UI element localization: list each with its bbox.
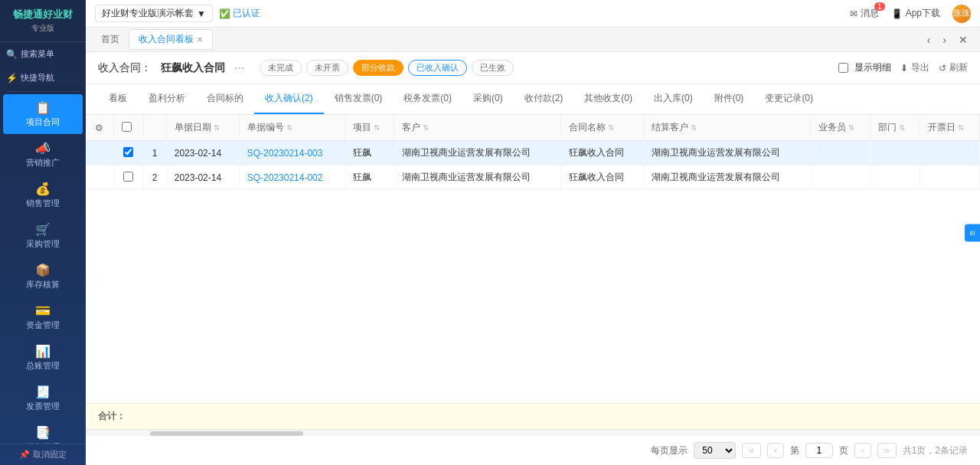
contract-sort-icon: ⇅ (608, 123, 614, 132)
message-icon: ✉ (850, 8, 858, 19)
tab-close-button[interactable]: ✕ (956, 32, 971, 47)
company-selector[interactable]: 好业财专业版演示帐套 ▼ (95, 5, 213, 22)
table-row[interactable]: 1 2023-02-14 SQ-20230214-003 狂飙 湖南卫视商业运营… (86, 141, 980, 165)
row-number-cell[interactable]: SQ-20230214-003 (239, 141, 345, 165)
row-salesperson-cell (810, 165, 870, 190)
home-tab[interactable]: 首页 (95, 30, 126, 49)
sidebar-item-marketing[interactable]: 📣 营销推广 (3, 135, 83, 175)
row-customer-cell: 湖南卫视商业运营发展有限公司 (394, 165, 561, 190)
sidebar-item-invoice[interactable]: 🧾 发票管理 (3, 378, 83, 418)
tab-tax-invoice[interactable]: 税务发票(0) (393, 84, 462, 114)
col-settings[interactable]: ⚙ (86, 115, 113, 141)
sidebar-logo: 畅捷通好业财 专业版 (0, 0, 86, 42)
col-contract[interactable]: 合同名称 ⇅ (561, 115, 643, 141)
settings-icon[interactable]: ⚙ (95, 123, 103, 133)
sidebar-search-menu[interactable]: 🔍 搜索菜单 (0, 42, 86, 66)
sidebar-item-project[interactable]: 📋 项目合同 (3, 94, 83, 134)
sidebar-item-inventory-label: 库存核算 (26, 279, 60, 290)
row-number-link[interactable]: SQ-20230214-002 (247, 172, 323, 183)
row-result-customer-cell: 湖南卫视商业运营发展有限公司 (643, 165, 810, 190)
col-department[interactable]: 部门 ⇅ (870, 115, 920, 141)
next-page-button[interactable]: › (854, 443, 871, 458)
sidebar-item-sales[interactable]: 💰 销售管理 (3, 175, 83, 215)
status-btn-incomplete[interactable]: 未完成 (260, 60, 302, 76)
col-date-label: 单据日期 (175, 121, 211, 134)
pagination-row: 每页显示 20 50 100 « ‹ 第 页 › » 共1页，2条记录 (86, 436, 980, 465)
tab-next-button[interactable]: › (939, 32, 949, 47)
message-button[interactable]: ✉ 1 消息 (850, 7, 879, 20)
col-department-label: 部门 (878, 121, 897, 134)
scroll-thumb[interactable] (150, 431, 303, 436)
table-row[interactable]: 2 2023-02-14 SQ-20230214-002 狂飙 湖南卫视商业运营… (86, 165, 980, 190)
status-btn-uninvoiced[interactable]: 未开票 (306, 60, 348, 76)
row-checkbox[interactable] (123, 147, 133, 157)
project-sort-icon: ⇅ (374, 123, 380, 132)
pin-icon: 📌 (19, 450, 30, 460)
tab-revenue-confirm[interactable]: 收入确认(2) (254, 84, 324, 114)
refresh-button[interactable]: ↺ 刷新 (939, 61, 968, 74)
col-project[interactable]: 项目 ⇅ (345, 115, 394, 141)
row-result-customer-cell: 湖南卫视商业运营发展有限公司 (643, 141, 810, 165)
col-seq (143, 115, 166, 141)
sidebar-item-capital[interactable]: 💳 资金管理 (3, 297, 83, 337)
status-btn-confirmed[interactable]: 已收入确认 (408, 60, 467, 76)
sidebar-item-purchase[interactable]: 🛒 采购管理 (3, 216, 83, 256)
col-bill-date[interactable]: 开票日 ⇅ (920, 115, 979, 141)
tab-other[interactable]: 其他收支(0) (573, 84, 643, 114)
status-btn-partial[interactable]: 部分收款 (353, 60, 403, 76)
message-badge: 1 (874, 2, 885, 11)
col-number[interactable]: 单据编号 ⇅ (239, 115, 345, 141)
content-area: 收入合同： 狂飙收入合同 ··· 未完成 未开票 部分收款 已收入确认 已生效 … (86, 52, 980, 465)
sidebar-item-general[interactable]: 📊 总账管理 (3, 338, 83, 378)
user-avatar[interactable]: 珠珠 (952, 5, 971, 23)
last-page-button[interactable]: » (877, 443, 897, 458)
col-salesperson[interactable]: 业务员 ⇅ (810, 115, 870, 141)
col-customer[interactable]: 客户 ⇅ (394, 115, 561, 141)
row-department-cell (870, 141, 920, 165)
tab-kanban[interactable]: 看板 (98, 84, 138, 114)
row-checkbox[interactable] (123, 172, 133, 182)
prev-page-button[interactable]: ‹ (767, 443, 784, 458)
page-size-select[interactable]: 20 50 100 (694, 442, 736, 459)
sidebar-item-inventory[interactable]: 📦 库存核算 (3, 257, 83, 296)
more-button[interactable]: ··· (234, 61, 244, 75)
contract-prefix: 收入合同： (98, 61, 152, 75)
page-unit: 页 (839, 444, 848, 457)
tab-changes[interactable]: 变更记录(0) (754, 84, 824, 114)
select-all-checkbox[interactable] (122, 122, 132, 132)
col-date[interactable]: 单据日期 ⇅ (166, 115, 239, 141)
tab-warehouse[interactable]: 出入库(0) (643, 84, 704, 114)
page-number-input[interactable] (805, 443, 833, 458)
tabbar: 首页 收入合同看板 ✕ ‹ › ✕ (86, 28, 980, 52)
tab-attachments[interactable]: 附件(0) (704, 84, 755, 114)
tab-sales-invoice[interactable]: 销售发票(0) (324, 84, 394, 114)
display-detail-checkbox[interactable]: 显示明细 (838, 61, 891, 74)
sidebar-item-tax[interactable]: 📑 税务管理 (3, 419, 83, 444)
first-page-button[interactable]: « (742, 443, 761, 458)
tab-payment[interactable]: 收付款(2) (514, 84, 574, 114)
row-number-link[interactable]: SQ-20230214-003 (247, 148, 323, 159)
row-number-cell[interactable]: SQ-20230214-002 (239, 165, 345, 190)
tab-subject[interactable]: 合同标的 (196, 84, 254, 114)
sidebar-quick-nav[interactable]: ⚡ 快捷导航 (0, 66, 86, 90)
inventory-icon: 📦 (35, 263, 51, 277)
detail-label: 显示明细 (854, 61, 891, 74)
detail-checkbox-input[interactable] (838, 63, 848, 73)
col-result-customer[interactable]: 结算客户 ⇅ (643, 115, 810, 141)
tab-profit[interactable]: 盈利分析 (138, 84, 196, 114)
status-btn-effective[interactable]: 已生效 (472, 60, 514, 76)
tab-prev-button[interactable]: ‹ (924, 32, 934, 47)
export-button[interactable]: ⬇ 导出 (900, 61, 929, 74)
bill-date-sort-icon: ⇅ (958, 123, 964, 132)
tab-purchase[interactable]: 采购(0) (462, 84, 514, 114)
close-tab-button[interactable]: ✕ (197, 35, 203, 44)
row-checkbox-cell[interactable] (113, 141, 143, 165)
sidebar: 畅捷通好业财 专业版 🔍 搜索菜单 ⚡ 快捷导航 📋 项目合同 📣 营销推广 💰… (0, 0, 86, 465)
col-checkbox[interactable] (113, 115, 143, 141)
right-quick-panel[interactable]: ≡ (965, 224, 980, 241)
row-checkbox-cell[interactable] (113, 165, 143, 190)
sidebar-pin-toggle[interactable]: 📌 取消固定 (0, 444, 86, 465)
quick-nav-label: 快捷导航 (21, 72, 54, 84)
active-tab-contract[interactable]: 收入合同看板 ✕ (129, 29, 213, 50)
app-download-button[interactable]: 📱 App下载 (891, 7, 940, 20)
